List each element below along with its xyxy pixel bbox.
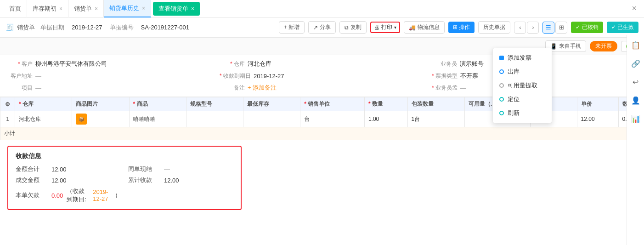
effective-button[interactable]: ✓ 已生效: [607, 22, 638, 33]
col-product: * 商品: [129, 97, 186, 111]
project-field: 项目 —: [7, 84, 212, 92]
address-field: 客户地址 —: [7, 72, 212, 80]
total-amount-label: 金额合计: [16, 165, 48, 173]
payment-grid: 金额合计 12.00 同单现结 — 成交金额 12.00 累计收款 12.00 …: [16, 165, 233, 204]
dropdown-add-invoice[interactable]: 添加发票: [493, 51, 552, 65]
logistics-button[interactable]: 🚚 物流信息: [404, 21, 445, 34]
share-icon: ↗: [313, 24, 318, 31]
note-add-btn[interactable]: + 添加备注: [248, 84, 277, 92]
product-image: 📦: [76, 114, 87, 125]
owed-note-close: ）: [115, 191, 121, 199]
window-close-button[interactable]: ×: [628, 4, 640, 13]
tab-sales-order-close[interactable]: ×: [95, 6, 98, 12]
history-button[interactable]: 历史单据: [478, 21, 510, 34]
payment-title: 收款信息: [16, 152, 233, 160]
tab-sales-history-close[interactable]: ×: [142, 5, 145, 11]
row-number: 1: [0, 111, 15, 127]
note-label: 备注: [220, 84, 245, 92]
share-button[interactable]: ↗ 分享: [308, 21, 336, 34]
sidebar-chart-icon[interactable]: 📊: [629, 112, 642, 125]
doc-header: 🧾 销货单 单据日期 2019-12-27 单据编号 SA-20191227-0…: [0, 17, 644, 38]
sidebar-link-icon[interactable]: 🔗: [629, 57, 642, 70]
doc-meta: 单据日期 2019-12-27 单据编号 SA-20191227-001: [40, 23, 189, 32]
address-label: 客户地址: [7, 72, 33, 80]
sidebar-return-icon[interactable]: ↩: [629, 75, 642, 88]
tab-inventory-close[interactable]: ×: [59, 6, 62, 12]
row-unit-price: 12.00: [577, 111, 618, 127]
cancelled-label: 已核销: [582, 24, 599, 30]
row-spec: [186, 111, 243, 127]
grid-view-button[interactable]: ⊞: [555, 22, 567, 34]
tab-view-sales[interactable]: 查看销货单 ×: [153, 2, 200, 16]
tab-home-label: 首页: [9, 5, 21, 13]
print-button[interactable]: 🖨 打印 ▾: [370, 22, 400, 33]
col-settings: ⚙: [0, 97, 15, 111]
address-value: —: [35, 73, 41, 80]
transaction-amount-value: 12.00: [51, 177, 67, 184]
tab-sales-order[interactable]: 销货单 ×: [68, 0, 104, 17]
operation-dropdown: 添加发票 出库 可用量提取 定位 刷新: [492, 48, 552, 123]
bottom-section: 收款信息 金额合计 12.00 同单现结 — 成交金额 12.00 累计收款 1…: [0, 140, 644, 216]
dropdown-refresh[interactable]: 刷新: [493, 106, 552, 120]
ticket-type-value: 不开票: [460, 72, 478, 80]
transaction-amount-label: 成交金额: [16, 176, 48, 184]
date-value: 2019-12-27: [72, 24, 102, 31]
row-min-stock: [243, 111, 300, 127]
accumulated-label: 累计收款: [128, 176, 160, 184]
copy-button[interactable]: ⧉ 复制: [339, 21, 367, 34]
dropdown-out-warehouse[interactable]: 出库: [493, 65, 552, 79]
list-view-button[interactable]: ☰: [542, 22, 554, 34]
dropdown-available-pickup[interactable]: 可用量提取: [493, 79, 552, 92]
operation-button[interactable]: ⊞ 操作: [448, 22, 475, 33]
tab-bar: 首页 库存期初 × 销货单 × 销货单历史 × 查看销货单 × ×: [0, 0, 644, 17]
check-icon: ✓: [576, 24, 580, 30]
total-amount-row: 金额合计 12.00: [16, 165, 121, 173]
right-sidebar: 📋 🔗 ↩ 👤 📊 ⬜: [627, 35, 644, 245]
same-order-row: 同单现结 —: [128, 165, 233, 173]
from-mobile-label: 来自手机: [559, 42, 581, 50]
available-pickup-icon: [499, 83, 504, 88]
out-warehouse-icon: [499, 69, 504, 74]
biz-person-value: —: [460, 85, 466, 91]
print-icon: 🖨: [374, 24, 379, 31]
accumulated-row: 累计收款 12.00: [128, 176, 233, 184]
payment-info-box: 收款信息 金额合计 12.00 同单现结 — 成交金额 12.00 累计收款 1…: [7, 146, 242, 210]
out-warehouse-label: 出库: [508, 68, 520, 76]
number-label: 单据编号: [110, 23, 134, 32]
note-field: 备注 + 添加备注: [220, 84, 424, 92]
operation-icon: ⊞: [453, 24, 458, 30]
share-label: 分享: [320, 23, 331, 31]
col-min-stock: 最低库存: [243, 97, 300, 111]
col-warehouse: * 仓库: [15, 97, 72, 111]
subtotal-label: 小计: [0, 127, 644, 140]
not-open-button[interactable]: 未开票: [590, 41, 617, 51]
new-button[interactable]: + 新增: [279, 21, 305, 34]
tab-home[interactable]: 首页: [4, 0, 27, 17]
row-product-img: 📦: [72, 111, 129, 127]
row-unit: 台: [300, 111, 365, 127]
prev-button[interactable]: ‹: [514, 22, 526, 34]
tab-view-sales-close[interactable]: ×: [191, 6, 194, 12]
row-qty: 1.00: [364, 111, 407, 127]
copy-label: 复制: [350, 23, 362, 31]
payment-date-value: 2019-12-27: [254, 73, 284, 80]
sidebar-doc-icon[interactable]: 📋: [629, 39, 642, 51]
total-amount-value: 12.00: [51, 166, 67, 173]
cancelled-button[interactable]: ✓ 已核销: [571, 22, 603, 33]
sidebar-user-icon[interactable]: 👤: [629, 94, 642, 107]
logistics-label: 物流信息: [418, 23, 440, 31]
same-order-value: —: [164, 166, 170, 173]
next-button[interactable]: ›: [527, 22, 539, 34]
tab-inventory-open[interactable]: 库存期初 ×: [27, 0, 68, 17]
owed-due-date: 2019-12-27: [93, 188, 111, 202]
effective-label: 已生效: [617, 24, 634, 30]
dropdown-locate[interactable]: 定位: [493, 92, 552, 106]
col-pack-qty: 包装数量: [407, 97, 464, 111]
same-order-label: 同单现结: [128, 165, 160, 173]
salesperson-label: 业务员: [432, 60, 457, 68]
row-warehouse: 河北仓库: [15, 111, 72, 127]
tab-sales-history[interactable]: 销货单历史 ×: [104, 0, 151, 17]
owed-note: （收款到期日:: [67, 187, 89, 204]
copy-icon: ⧉: [345, 24, 349, 31]
print-dropdown-arrow[interactable]: ▾: [394, 25, 396, 30]
